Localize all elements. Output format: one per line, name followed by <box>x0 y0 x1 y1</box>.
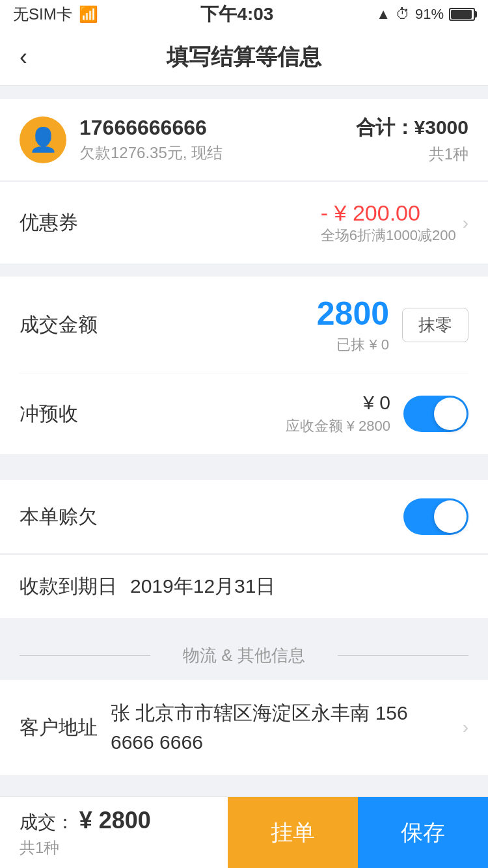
hold-button[interactable]: 挂单 <box>228 797 358 869</box>
separator-1 <box>0 264 488 277</box>
bottom-deal-amount: ¥ 2800 <box>79 807 151 834</box>
address-chevron-right-icon: › <box>463 717 468 738</box>
duedate-label: 收款到期日 <box>20 573 117 600</box>
avatar-icon: 👤 <box>29 126 58 154</box>
due-date-section: 收款到期日 2019年12月31日 <box>0 554 488 618</box>
prepay-row: 冲预收 ¥ 0 应收金额 ¥ 2800 <box>20 373 468 454</box>
prepay-label: 冲预收 <box>20 401 78 427</box>
prepay-amount: ¥ 0 <box>286 392 390 414</box>
debt-label: 本单赊欠 <box>20 504 98 530</box>
prepay-right: ¥ 0 应收金额 ¥ 2800 <box>286 392 468 436</box>
carrier-text: 无SIM卡 <box>13 4 72 25</box>
prepay-amount-block: ¥ 0 应收金额 ¥ 2800 <box>286 392 390 436</box>
deal-amount-value: 2800 <box>317 295 389 332</box>
address-label: 客户地址 <box>20 714 98 741</box>
location-icon: ▲ <box>376 6 390 23</box>
user-info: 17666666666 欠款1276.35元, 现结 <box>79 116 223 163</box>
status-time: 下午4:03 <box>200 2 273 27</box>
round-button[interactable]: 抹零 <box>402 308 468 342</box>
duedate-row: 收款到期日 2019年12月31日 <box>20 573 468 600</box>
separator-2 <box>0 454 488 467</box>
prepay-toggle[interactable] <box>403 396 468 432</box>
coupon-right: - ¥ 200.00 全场6折满1000减200 › <box>321 200 468 245</box>
total-amount: 合计：¥3000 <box>356 115 468 141</box>
divider-line-left <box>20 655 150 656</box>
logistics-divider-text: 物流 & 其他信息 <box>183 644 305 667</box>
logistics-divider: 物流 & 其他信息 <box>0 631 488 680</box>
amount-section: 成交金额 2800 已抹 ¥ 0 抹零 冲预收 ¥ 0 应收金额 ¥ 2800 <box>0 277 488 454</box>
prepay-receivable: 应收金额 ¥ 2800 <box>286 416 390 436</box>
address-section[interactable]: 客户地址 张 北京市市辖区海淀区永丰南 156 6666 6666 › <box>0 680 488 775</box>
coupon-section[interactable]: 优惠券 - ¥ 200.00 全场6折满1000减200 › <box>0 182 488 264</box>
coupon-label: 优惠券 <box>20 210 78 236</box>
back-button[interactable]: ‹ <box>20 44 27 71</box>
debt-toggle-knob <box>434 500 467 533</box>
avatar: 👤 <box>20 116 66 163</box>
nav-bar: ‹ 填写结算等信息 <box>0 29 488 86</box>
page-title: 填写结算等信息 <box>167 42 321 72</box>
battery-text: 91% <box>415 6 444 23</box>
debt-toggle[interactable] <box>403 498 468 535</box>
deal-sub: 已抹 ¥ 0 <box>317 335 389 355</box>
status-bar: 无SIM卡 📶 下午4:03 ▲ ⏱ 91% <box>0 0 488 29</box>
status-right: ▲ ⏱ 91% <box>376 6 475 23</box>
bottom-deal-label: 成交： <box>20 812 74 832</box>
coupon-discount: - ¥ 200.00 <box>321 200 456 226</box>
toggle-knob <box>434 398 467 430</box>
bottom-count: 共1种 <box>20 837 208 858</box>
logistics-divider-line: 物流 & 其他信息 <box>0 644 488 667</box>
bottom-bar: 成交： ¥ 2800 共1种 挂单 保存 <box>0 796 488 868</box>
status-left: 无SIM卡 📶 <box>13 4 98 25</box>
alarm-icon: ⏱ <box>396 6 410 23</box>
total-count: 共1种 <box>356 144 468 165</box>
battery-icon <box>449 8 475 21</box>
coupon-description: 全场6折满1000减200 <box>321 226 456 245</box>
address-content: 张 北京市市辖区海淀区永丰南 156 6666 6666 <box>111 698 450 757</box>
deal-right: 2800 已抹 ¥ 0 抹零 <box>317 295 468 355</box>
bottom-deal-row: 成交： ¥ 2800 <box>20 807 208 835</box>
divider-line-right <box>338 655 468 656</box>
debt-section: 本单赊欠 <box>0 480 488 553</box>
duedate-value: 2019年12月31日 <box>130 573 275 600</box>
deal-amount-row: 成交金额 2800 已抹 ¥ 0 抹零 <box>20 277 468 373</box>
deal-label: 成交金额 <box>20 312 98 338</box>
user-card-left: 👤 17666666666 欠款1276.35元, 现结 <box>20 116 223 163</box>
bottom-info: 成交： ¥ 2800 共1种 <box>0 807 228 858</box>
user-phone: 17666666666 <box>79 116 223 140</box>
user-card: 👤 17666666666 欠款1276.35元, 现结 合计：¥3000 共1… <box>0 99 488 180</box>
wifi-icon: 📶 <box>79 5 98 23</box>
save-button[interactable]: 保存 <box>358 797 488 869</box>
user-card-right: 合计：¥3000 共1种 <box>356 115 468 165</box>
chevron-right-icon: › <box>463 213 468 234</box>
user-debt: 欠款1276.35元, 现结 <box>79 142 223 163</box>
